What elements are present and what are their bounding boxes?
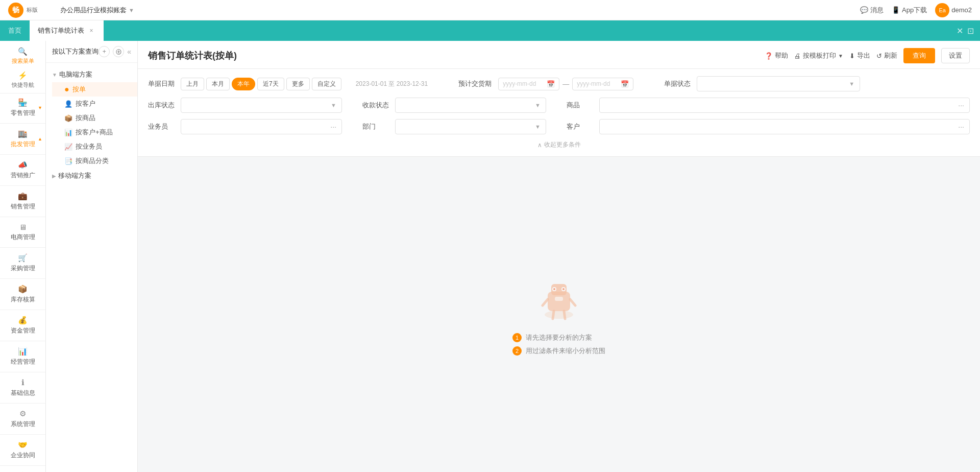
this-year-btn[interactable]: 本年 — [232, 78, 255, 90]
plan-by-category[interactable]: 📑 按商品分类 — [52, 154, 137, 168]
plan-by-order-label: 按单 — [72, 85, 86, 94]
goods-label: 商品 — [567, 101, 595, 110]
sidebar-item-system-label: 系统管理 — [11, 420, 35, 429]
svg-line-11 — [570, 299, 575, 305]
edit-plan-button[interactable] — [113, 46, 124, 57]
window-close-icon[interactable]: ✕ — [957, 26, 963, 36]
expected-date-end[interactable]: yyyy-mm-dd 📅 — [572, 78, 633, 90]
add-plan-button[interactable]: + — [99, 46, 110, 57]
date-label: 单据日期 — [148, 79, 177, 88]
goods-dots-icon: ··· — [958, 101, 964, 109]
salesperson-filter: 业务员 ··· — [148, 119, 342, 134]
panel-collapse-button[interactable]: « — [127, 48, 131, 56]
ship-status-arrow-icon: ▼ — [331, 102, 336, 108]
custom-date-btn[interactable]: 自定义 — [312, 78, 341, 90]
empty-tips: 1 请先选择要分析的方案 2 用过滤条件来缩小分析范围 — [512, 333, 605, 356]
purchase-icon: 🛒 — [18, 253, 28, 263]
prev-month-btn[interactable]: 上月 — [181, 78, 204, 90]
workspace-name: 办公用品行业模拟账套 — [60, 6, 127, 15]
sidebar-item-newbie[interactable]: 🌟 新手引导 — [0, 467, 45, 472]
plan-by-goods[interactable]: 📦 按商品 — [52, 111, 137, 125]
plan-by-customer-goods[interactable]: 📊 按客户+商品 — [52, 125, 137, 139]
tip-num-1: 1 — [512, 333, 522, 342]
settings-button[interactable]: 设置 — [941, 48, 970, 63]
expected-date-start-placeholder: yyyy-mm-dd — [503, 80, 536, 87]
svg-rect-14 — [555, 297, 563, 301]
salesperson-select[interactable]: ··· — [181, 119, 342, 134]
sidebar-item-inventory[interactable]: 📦 库存核算 — [0, 280, 45, 309]
date-range-text: 2023-01-01 至 2023-12-31 — [356, 80, 428, 87]
pay-status-select[interactable]: ▼ — [395, 98, 546, 113]
plan-by-customer-goods-label: 按客户+商品 — [76, 128, 113, 137]
expected-date-start[interactable]: yyyy-mm-dd 📅 — [498, 78, 559, 90]
user-menu[interactable]: Ea demo2 — [935, 3, 972, 17]
sidebar-item-wholesale[interactable]: 🏬 批发管理 ▲ — [0, 125, 45, 153]
sidebar-item-cooperation[interactable]: 🤝 企业协同 — [0, 436, 45, 464]
sidebar-item-finance-label: 资金管理 — [11, 326, 35, 335]
pc-plans-group[interactable]: ▼ 电脑端方案 — [46, 67, 137, 82]
date-range-display: 2023-01-01 至 2023-12-31 — [356, 80, 428, 88]
ship-status-label: 出库状态 — [148, 101, 177, 110]
sidebar-item-retail[interactable]: 🏪 零售管理 ▼ — [0, 93, 45, 122]
query-button[interactable]: 查询 — [903, 48, 935, 63]
sales-icon: 💼 — [18, 192, 28, 201]
sidebar-item-system[interactable]: ⚙ 系统管理 — [0, 405, 45, 433]
avatar: Ea — [935, 3, 949, 17]
empty-illustration — [533, 274, 584, 325]
sidebar-item-purchase[interactable]: 🛒 采购管理 — [0, 249, 45, 277]
page-title: 销售订单统计表(按单) — [148, 50, 237, 62]
print-dropdown-icon: ▼ — [838, 53, 843, 59]
sidebar-item-basic[interactable]: ℹ 基础信息 — [0, 373, 45, 402]
sidebar-item-finance[interactable]: 💰 资金管理 — [0, 311, 45, 340]
tip-text-2: 用过滤条件来缩小分析范围 — [526, 346, 605, 356]
salesperson-label: 业务员 — [148, 122, 177, 131]
svg-line-13 — [564, 311, 565, 319]
bill-status-select[interactable]: ▼ — [697, 76, 860, 91]
sidebar-quicknav-label: 快捷导航 — [12, 81, 34, 89]
export-button[interactable]: ⬇ 导出 — [849, 51, 870, 60]
tab-close-button[interactable]: × — [87, 27, 95, 35]
print-button[interactable]: 🖨 按模板打印 ▼ — [794, 51, 843, 60]
plan-by-salesperson[interactable]: 📈 按业务员 — [52, 139, 137, 154]
mobile-plans-arrow-icon: ▶ — [52, 173, 56, 179]
tab-home[interactable]: 首页 — [0, 20, 30, 41]
customer-select[interactable]: ··· — [599, 119, 970, 134]
plan-by-customer[interactable]: 👤 按客户 — [52, 97, 137, 111]
sidebar-item-sales[interactable]: 💼 销售管理 — [0, 187, 45, 216]
this-month-btn[interactable]: 本月 — [206, 78, 230, 90]
sidebar-item-ecommerce[interactable]: 🖥 电商管理 — [0, 218, 45, 246]
sidebar-quicknav-button[interactable]: ⚡ 快捷导航 — [0, 68, 45, 92]
pc-plans-children: ● 按单 👤 按客户 📦 按商品 📊 按客户+商品 📈 按业务员 — [46, 82, 137, 168]
more-dates-btn[interactable]: 更多 — [286, 78, 310, 90]
workspace-chevron-icon: ▼ — [129, 7, 134, 13]
sidebar-item-purchase-label: 采购管理 — [11, 264, 35, 273]
goods-select[interactable]: ··· — [599, 98, 970, 113]
sidebar-item-operation[interactable]: 📊 经营管理 — [0, 342, 45, 371]
customer-label: 客户 — [567, 122, 595, 131]
collapse-filters-button[interactable]: ∧ 收起更多条件 — [537, 140, 581, 149]
plan-by-order[interactable]: ● 按单 — [52, 82, 137, 97]
chevron-up-icon: ∧ — [537, 141, 542, 149]
collapse-label: 收起更多条件 — [544, 140, 581, 149]
sidebar: 🔍 搜索菜单 ⚡ 快捷导航 🏪 零售管理 ▼ 🏬 批发管理 ▲ — [0, 41, 46, 472]
window-maximize-icon[interactable]: ⊡ — [967, 26, 974, 36]
plan-by-customer-icon: 👤 — [64, 100, 72, 108]
app-download-button[interactable]: 📱 App下载 — [892, 6, 927, 15]
message-button[interactable]: 💬 消息 — [860, 6, 884, 15]
sidebar-item-marketing[interactable]: 📣 营销推广 — [0, 156, 45, 184]
department-select[interactable]: ▼ — [395, 119, 546, 134]
tab-sales-order-stats[interactable]: 销售订单统计表 × — [30, 20, 104, 41]
refresh-button[interactable]: ↺ 刷新 — [876, 51, 897, 60]
expected-date-label: 预计交货期 — [458, 79, 494, 88]
last7days-btn[interactable]: 近7天 — [257, 78, 284, 90]
ship-status-select[interactable]: ▼ — [181, 98, 342, 113]
workspace-selector[interactable]: 办公用品行业模拟账套 ▼ — [60, 6, 854, 15]
mobile-plans-group[interactable]: ▶ 移动端方案 — [46, 168, 137, 183]
sidebar-search-button[interactable]: 🔍 搜索菜单 — [0, 44, 45, 68]
left-panel: 按以下方案查询 + « ▼ 电脑端方案 ● 按单 👤 — [46, 41, 138, 472]
department-filter: 部门 ▼ — [362, 119, 546, 134]
sidebar-item-retail-label: 零售管理 — [11, 109, 35, 117]
top-bar-right: 💬 消息 📱 App下载 Ea demo2 — [860, 3, 972, 17]
results-area: 1 请先选择要分析的方案 2 用过滤条件来缩小分析范围 — [138, 157, 980, 472]
help-button[interactable]: ❓ 帮助 — [765, 51, 788, 60]
